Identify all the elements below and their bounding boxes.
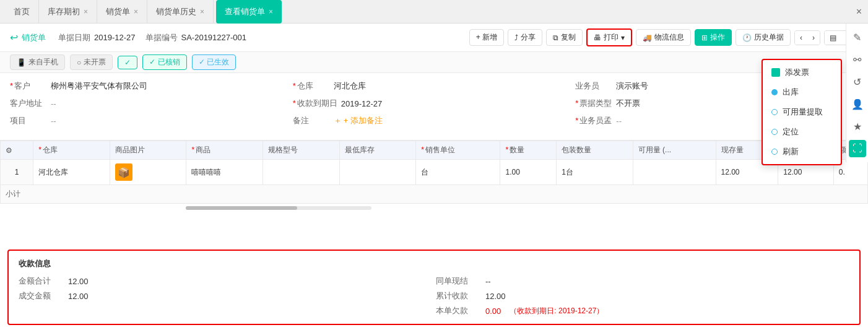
next-button[interactable]: › xyxy=(807,31,820,45)
staff-value: 演示账号 xyxy=(616,80,648,92)
main-area: ↩ 销货单 单据日期 2019-12-27 单据编号 SA-20191227-0… xyxy=(0,24,868,330)
sidebar-refresh-icon[interactable]: ↺ xyxy=(849,73,866,90)
print-button[interactable]: 🖶 打印 ▾ xyxy=(586,28,632,46)
tab-view-sales-close[interactable]: × xyxy=(269,7,273,16)
history-icon: 🕐 xyxy=(742,33,752,42)
copy-button-label: 复制 xyxy=(561,32,576,43)
row-min-stock xyxy=(339,160,416,185)
sold-check-icon: ✓ xyxy=(149,58,155,66)
salesperson-label: 业务员孟 xyxy=(575,115,612,126)
tab-sales-history[interactable]: 销货单历史 × xyxy=(147,0,214,24)
row-warehouse: 河北仓库 xyxy=(33,160,110,185)
dropdown-locate[interactable]: 定位 xyxy=(763,122,841,142)
available-qty-icon xyxy=(771,109,778,115)
sold-badge[interactable]: ✓ 已核销 xyxy=(142,54,186,70)
sidebar-edit-icon[interactable]: ✎ xyxy=(849,28,866,46)
outbound-label: 出库 xyxy=(783,87,799,98)
add-invoice-icon xyxy=(771,68,780,77)
doc-date-label: 单据日期 xyxy=(58,32,90,43)
cumulative-value: 12.00 xyxy=(485,292,506,301)
col-spec: 规格型号 xyxy=(263,141,340,160)
tab-sales-history-close[interactable]: × xyxy=(200,7,204,16)
ticket-type-label: 票据类型 xyxy=(575,98,612,109)
effective-check-icon: ✓ xyxy=(199,58,205,66)
tab-sales-label: 销货单 xyxy=(106,6,130,17)
payment-title: 收款信息 xyxy=(19,258,849,269)
copy-button[interactable]: ⧉ 复制 xyxy=(546,29,583,46)
subtotal-row: 小计 xyxy=(1,185,868,204)
tab-inventory-close[interactable]: × xyxy=(84,7,88,16)
doc-number-field: 单据编号 SA-20191227-001 xyxy=(145,32,247,43)
add-invoice-label: 添发票 xyxy=(785,67,809,78)
tab-bar: 首页 库存期初 × 销货单 × 销货单历史 × 查看销货单 × × xyxy=(0,0,868,24)
operation-button[interactable]: ⊞ 操作 xyxy=(695,29,732,46)
action-bar: 📱 来自手机 ○ 未开票 ✓ ✓ 已核销 ✓ 已生效 xyxy=(0,52,868,73)
logistics-button-label: 物流信息 xyxy=(654,32,684,43)
table-row: 1 河北仓库 📦 嘻嘻嘻嘻 台 1.00 1台 12.00 12.00 0. xyxy=(1,160,868,185)
total-amount-value: 12.00 xyxy=(68,277,89,286)
operation-button-label: 操作 xyxy=(710,32,725,43)
project-field: 项目 -- xyxy=(10,115,293,126)
transaction-label: 成交金额 xyxy=(19,290,62,302)
invoice-icon: ○ xyxy=(77,58,81,67)
doc-number-label: 单据编号 xyxy=(145,32,178,43)
tab-inventory[interactable]: 库存期初 × xyxy=(39,0,97,24)
balance-note: （收款到期日: 2019-12-27） xyxy=(510,306,604,316)
dropdown-outbound[interactable]: 出库 xyxy=(763,82,841,102)
tab-home-label: 首页 xyxy=(14,6,30,17)
tab-sales[interactable]: 销货单 × xyxy=(97,0,147,24)
col-pack-qty: 包装数量 xyxy=(557,141,633,160)
dropdown-refresh[interactable]: 刷新 xyxy=(763,142,841,162)
row-product: 嘻嘻嘻嘻 xyxy=(186,160,263,185)
dropdown-add-invoice[interactable]: 添发票 xyxy=(763,63,841,82)
invoice-status-button[interactable]: ○ 未开票 xyxy=(70,54,113,70)
refresh-label: 刷新 xyxy=(783,146,799,157)
check-button[interactable]: ✓ xyxy=(118,56,137,69)
sidebar-star-icon[interactable]: ★ xyxy=(849,118,866,135)
add-note-label: + 添加备注 xyxy=(344,115,383,126)
sales-order-icon: ↩ xyxy=(10,32,18,43)
history-button[interactable]: 🕐 历史单据 xyxy=(736,29,791,46)
phone-button[interactable]: 📱 来自手机 xyxy=(10,54,65,70)
outbound-icon xyxy=(771,89,778,95)
table-area: ⚙ 仓库 商品图片 商品 规格型号 最低库存 销售单位 数量 包装数量 可用量 … xyxy=(0,141,868,245)
doc-title: ↩ 销货单 xyxy=(10,32,46,43)
payment-left: 金额合计 12.00 成交金额 12.00 xyxy=(19,276,432,316)
col-product: 商品 xyxy=(186,141,263,160)
balance-label: 本单欠款 xyxy=(436,305,479,316)
col-settings[interactable]: ⚙ xyxy=(1,141,33,160)
doc-number-value: SA-20191227-001 xyxy=(181,33,247,42)
dropdown-available-qty[interactable]: 可用量提取 xyxy=(763,102,841,122)
due-date-field: 收款到期日 2019-12-27 xyxy=(293,98,576,109)
row-available xyxy=(633,160,716,185)
tab-home[interactable]: 首页 xyxy=(5,0,39,24)
doc-meta: 单据日期 2019-12-27 单据编号 SA-20191227-001 xyxy=(58,32,457,43)
add-note-button[interactable]: ＋ + 添加备注 xyxy=(334,115,383,126)
share-button[interactable]: ⤴ 分享 xyxy=(508,29,542,46)
row-image: 📦 xyxy=(110,160,186,185)
close-all-tabs[interactable]: × xyxy=(856,6,862,17)
col-qty: 数量 xyxy=(500,141,557,160)
layout1-button[interactable]: ▤ xyxy=(825,31,841,45)
sidebar-expand-icon[interactable]: ⛶ xyxy=(849,140,866,157)
new-button[interactable]: + 新增 xyxy=(469,29,504,46)
effective-badge[interactable]: ✓ 已生效 xyxy=(192,54,236,70)
total-amount-label: 金额合计 xyxy=(19,276,62,287)
customer-value: 柳州粤港平安气体有限公司 xyxy=(51,80,147,92)
print-dropdown-icon: ▾ xyxy=(621,33,625,42)
logistics-button[interactable]: 🚚 物流信息 xyxy=(636,29,691,46)
available-qty-label: 可用量提取 xyxy=(783,106,823,118)
share-button-label: 分享 xyxy=(521,32,536,43)
tab-sales-close[interactable]: × xyxy=(134,7,138,16)
due-date-label: 收款到期日 xyxy=(293,98,337,109)
address-field: 客户地址 -- xyxy=(10,98,293,109)
tab-view-sales[interactable]: 查看销货单 × xyxy=(216,0,282,24)
sidebar-person-icon[interactable]: 👤 xyxy=(849,95,866,113)
prev-button[interactable]: ‹ xyxy=(795,31,807,45)
due-date-value: 2019-12-27 xyxy=(341,99,383,108)
same-order-value: -- xyxy=(485,277,491,286)
doc-header: ↩ 销货单 单据日期 2019-12-27 单据编号 SA-20191227-0… xyxy=(0,24,868,52)
tab-view-sales-label: 查看销货单 xyxy=(225,6,265,17)
sidebar-link-icon[interactable]: ⚯ xyxy=(849,51,866,68)
payment-right: 同单现结 -- 累计收款 12.00 本单欠款 0.00 （收款到期日: 201… xyxy=(436,276,849,316)
